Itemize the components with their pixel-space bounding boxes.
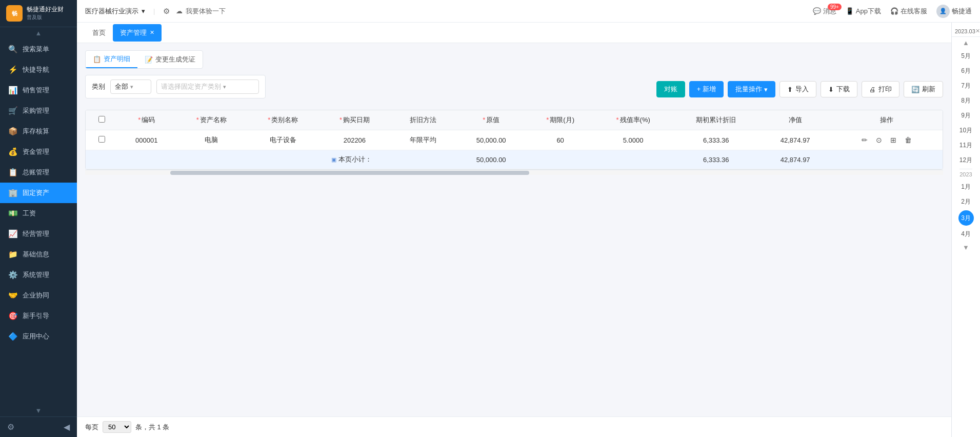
edit-icon[interactable]: ✏ <box>859 135 870 145</box>
quicknav-icon: ⚡ <box>8 65 17 74</box>
company-dropdown-icon: ▾ <box>142 7 145 15</box>
sidebar-item-guide[interactable]: 🎯 新手引导 <box>0 306 77 326</box>
sidebar-item-label: 经营管理 <box>23 229 49 239</box>
category-filter-arrow: ▾ <box>223 84 226 90</box>
download-button[interactable]: ⬇ 下载 <box>821 81 857 97</box>
sidebar-item-quicknav[interactable]: ⚡ 快捷导航 <box>0 59 77 80</box>
tab-close-icon[interactable]: ✕ <box>150 29 154 36</box>
tab-home[interactable]: 首页 <box>85 24 113 42</box>
sidebar-item-search[interactable]: 🔍 搜索菜单 <box>0 39 77 59</box>
import-button[interactable]: ⬆ 导入 <box>779 81 816 97</box>
company-selector[interactable]: 医疗器械行业演示 ▾ <box>85 7 145 16</box>
row-checkbox[interactable] <box>98 136 105 143</box>
search-icon: 🔍 <box>8 45 17 54</box>
cell-accumulated-depreciation: 6,333.36 <box>672 130 760 150</box>
settings-gear-icon[interactable]: ⚙ <box>163 7 170 16</box>
subtotal-empty-1 <box>86 150 117 169</box>
sidebar-item-basic[interactable]: 📁 基础信息 <box>0 244 77 265</box>
sidebar-item-system[interactable]: ⚙️ 系统管理 <box>0 265 77 285</box>
sidebar-item-purchase[interactable]: 🛒 采购管理 <box>0 101 77 121</box>
user-profile[interactable]: 👤 畅捷通 <box>936 5 972 18</box>
month-6[interactable]: 6月 <box>952 64 980 78</box>
table-header-row: *编码 *资产名称 *类别名称 *购买日期 <box>86 110 943 130</box>
sub-tabs: 📋 资产明细 📝 变更生成凭证 <box>85 50 203 69</box>
copy-icon[interactable]: ⊙ <box>874 135 884 145</box>
subtab-change-voucher[interactable]: 📝 变更生成凭证 <box>137 51 203 68</box>
sidebar-item-inventory[interactable]: 📦 库存核算 <box>0 121 77 142</box>
sidebar-item-funds[interactable]: 💰 资金管理 <box>0 142 77 162</box>
collapse-sidebar-icon[interactable]: ◀ <box>64 422 70 432</box>
messages-button[interactable]: 💬 消息 99+ <box>813 7 836 16</box>
subtab-asset-detail[interactable]: 📋 资产明细 <box>86 51 137 68</box>
th-checkbox <box>86 110 117 130</box>
online-service-button[interactable]: 🎧 在线客服 <box>890 7 927 16</box>
category-filter-placeholder: 请选择固定资产类别 <box>161 82 221 91</box>
cell-code: 000001 <box>117 130 175 150</box>
right-panel-year: 2023.03 <box>955 28 975 34</box>
month-2[interactable]: 2月 <box>952 194 980 209</box>
purchase-icon: 🛒 <box>8 106 17 115</box>
sidebar-item-label: 销售管理 <box>23 86 49 95</box>
month-4[interactable]: 4月 <box>952 227 980 242</box>
sidebar-item-label: 搜索菜单 <box>23 45 49 54</box>
topbar-divider: | <box>153 7 155 15</box>
delete-icon[interactable]: 🗑 <box>903 135 914 145</box>
cell-checkbox <box>86 130 117 150</box>
sidebar-item-apps[interactable]: 🔷 应用中心 <box>0 326 77 347</box>
fixed-assets-icon: 🏢 <box>8 188 17 197</box>
select-all-checkbox[interactable] <box>98 116 105 123</box>
settings-icon[interactable]: ⚙ <box>7 422 14 432</box>
change-voucher-icon: 📝 <box>145 56 153 64</box>
sidebar-item-label: 新手引导 <box>23 311 49 321</box>
right-panel-close-icon[interactable]: ✕ <box>975 28 980 34</box>
sidebar-item-enterprise[interactable]: 🤝 企业协同 <box>0 285 77 306</box>
right-panel-up[interactable]: ▲ <box>963 37 969 49</box>
system-icon: ⚙️ <box>8 270 17 280</box>
app-subtitle: 普及版 <box>27 14 64 21</box>
month-8[interactable]: 8月 <box>952 93 980 108</box>
sidebar-item-ledger[interactable]: 📋 总账管理 <box>0 162 77 183</box>
import-icon: ⬆ <box>787 86 793 93</box>
sidebar-item-label: 应用中心 <box>23 332 49 341</box>
sidebar-item-payroll[interactable]: 💵 工资 <box>0 203 77 224</box>
right-panel-down[interactable]: ▼ <box>963 242 969 253</box>
experience-button[interactable]: ☁ 我要体验一下 <box>176 7 226 16</box>
th-accumulated-depreciation: 期初累计折旧 <box>672 110 760 130</box>
sidebar-item-operations[interactable]: 📈 经营管理 <box>0 224 77 244</box>
apps-icon: 🔷 <box>8 332 17 341</box>
app-download-button[interactable]: 📱 App下载 <box>846 7 881 16</box>
experience-cloud-icon: ☁ <box>176 7 183 15</box>
month-9[interactable]: 9月 <box>952 108 980 123</box>
month-5[interactable]: 5月 <box>952 49 980 64</box>
month-10[interactable]: 10月 <box>952 123 980 138</box>
category-filter-type-arrow: ▾ <box>130 84 133 90</box>
print-button[interactable]: 🖨 打印 <box>862 81 899 97</box>
cell-category: 电子设备 <box>247 130 319 150</box>
horizontal-scrollbar[interactable] <box>85 170 943 175</box>
subtotal-net-value: 42,874.97 <box>760 150 831 169</box>
month-1[interactable]: 1月 <box>952 180 980 194</box>
new-button[interactable]: + 新增 <box>689 81 724 97</box>
month-12[interactable]: 12月 <box>952 153 980 168</box>
reconcile-button[interactable]: 对账 <box>656 81 685 97</box>
category-filter-type[interactable]: 全部 ▾ <box>110 80 151 94</box>
category-filter-value[interactable]: 请选择固定资产类别 ▾ <box>156 80 259 94</box>
sidebar-item-fixed-assets[interactable]: 🏢 固定资产 <box>0 183 77 203</box>
scrollbar-thumb[interactable] <box>170 171 529 175</box>
tab-asset-management[interactable]: 资产管理 ✕ <box>113 24 162 42</box>
th-name: *资产名称 <box>175 110 247 130</box>
sidebar-scroll-up[interactable]: ▲ <box>0 27 77 39</box>
subtotal-row: ▣ 本页小计： 50,000.00 6,333.36 42,874.97 <box>86 150 943 169</box>
batch-button[interactable]: 批量操作 ▾ <box>728 81 775 97</box>
batch-dropdown-icon: ▾ <box>764 86 768 93</box>
subtotal-empty-5 <box>594 150 672 169</box>
sidebar-item-label: 采购管理 <box>23 106 49 115</box>
month-3-active[interactable]: 3月 <box>958 210 974 226</box>
sidebar-scroll-down[interactable]: ▼ <box>0 405 77 416</box>
refresh-button[interactable]: 🔄 刷新 <box>904 81 943 97</box>
sidebar-item-sales[interactable]: 📊 销售管理 <box>0 80 77 101</box>
duplicate-icon[interactable]: ⊞ <box>888 135 898 145</box>
month-7[interactable]: 7月 <box>952 78 980 93</box>
per-page-select[interactable]: 50 100 200 <box>103 421 131 433</box>
month-11[interactable]: 11月 <box>952 138 980 153</box>
